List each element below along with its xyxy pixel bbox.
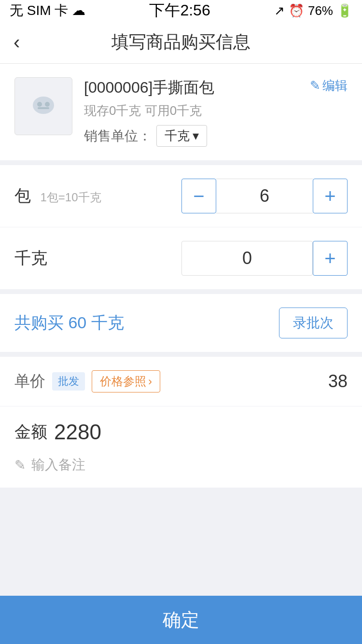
price-value: 38 xyxy=(328,371,348,392)
amount-label: 金额 xyxy=(14,421,47,443)
price-ref-label: 价格参照 xyxy=(100,374,146,389)
product-thumbnail xyxy=(14,77,72,135)
nav-bar: ‹ 填写商品购买信息 xyxy=(0,21,362,64)
content-spacer xyxy=(0,488,362,596)
battery-label: 76% xyxy=(308,3,333,18)
svg-rect-3 xyxy=(38,107,49,109)
remark-placeholder: 输入备注 xyxy=(31,456,85,474)
page-title: 填写商品购买信息 xyxy=(111,30,251,54)
bag-quantity-section: 包 1包=10千克 − + xyxy=(0,165,362,227)
svg-point-0 xyxy=(33,97,54,114)
amount-value: 2280 xyxy=(54,420,101,444)
product-logo-icon xyxy=(29,92,58,121)
kg-plus-button[interactable]: + xyxy=(313,241,348,276)
location-icon: ↗ xyxy=(274,3,285,18)
price-ref-arrow: › xyxy=(148,375,152,388)
price-tag: 批发 xyxy=(52,372,85,391)
batch-button[interactable]: 录批次 xyxy=(279,308,348,338)
product-stock: 现存0千克 可用0千克 xyxy=(84,102,348,119)
bag-plus-button[interactable]: + xyxy=(313,179,348,213)
back-button[interactable]: ‹ xyxy=(14,31,20,53)
remark-row[interactable]: ✎ 输入备注 xyxy=(14,452,348,478)
product-info: [0000006]手撕面包 现存0千克 可用0千克 销售单位： 千克 ▾ xyxy=(84,77,348,147)
amount-section: 金额 2280 ✎ 输入备注 xyxy=(0,406,362,488)
unit-label: 销售单位： xyxy=(84,127,152,145)
status-right: ↗ ⏰ 76% 🔋 xyxy=(274,3,352,18)
total-section: 共购买 60 千克 录批次 xyxy=(0,294,362,357)
amount-row: 金额 2280 xyxy=(14,420,348,444)
kg-quantity-row: 千克 + xyxy=(0,227,362,294)
bag-quantity-row: 包 1包=10千克 − + xyxy=(0,165,362,227)
alarm-icon: ⏰ xyxy=(289,3,304,18)
no-sim-label: 无 SIM 卡 ☁ xyxy=(10,1,85,20)
edit-icon: ✎ xyxy=(310,78,320,93)
bag-label: 包 1包=10千克 xyxy=(14,185,181,207)
price-label: 单价 xyxy=(14,371,45,392)
price-section: 单价 批发 价格参照 › 38 xyxy=(0,357,362,406)
status-left: 无 SIM 卡 ☁ xyxy=(10,1,85,20)
bag-qty-input[interactable] xyxy=(216,179,313,213)
total-text: 共购买 60 千克 xyxy=(14,312,124,334)
product-unit-row: 销售单位： 千克 ▾ xyxy=(84,125,348,147)
bag-sublabel: 1包=10千克 xyxy=(40,191,101,204)
kg-quantity-section: 千克 + xyxy=(0,227,362,294)
product-name: [0000006]手撕面包 xyxy=(84,77,348,98)
svg-point-2 xyxy=(45,102,50,107)
kg-label: 千克 xyxy=(14,247,181,269)
dropdown-icon: ▾ xyxy=(193,128,199,143)
kg-qty-input[interactable] xyxy=(181,241,313,276)
unit-value: 千克 xyxy=(165,127,190,144)
remark-icon: ✎ xyxy=(14,457,26,473)
confirm-button[interactable]: 确定 xyxy=(0,596,362,644)
price-ref-button[interactable]: 价格参照 › xyxy=(92,370,160,392)
bag-qty-control: − + xyxy=(181,179,348,213)
status-bar: 无 SIM 卡 ☁ 下午2:56 ↗ ⏰ 76% 🔋 xyxy=(0,0,362,21)
edit-label: 编辑 xyxy=(322,77,348,94)
svg-point-1 xyxy=(37,102,42,107)
status-time: 下午2:56 xyxy=(149,0,210,21)
total-amount: 60 xyxy=(68,313,86,332)
battery-icon: 🔋 xyxy=(337,3,352,18)
product-card: [0000006]手撕面包 现存0千克 可用0千克 销售单位： 千克 ▾ ✎ 编… xyxy=(0,64,362,165)
unit-select[interactable]: 千克 ▾ xyxy=(156,125,207,147)
edit-button[interactable]: ✎ 编辑 xyxy=(310,77,348,94)
bag-minus-button[interactable]: − xyxy=(181,179,216,213)
kg-qty-control: + xyxy=(181,241,348,276)
